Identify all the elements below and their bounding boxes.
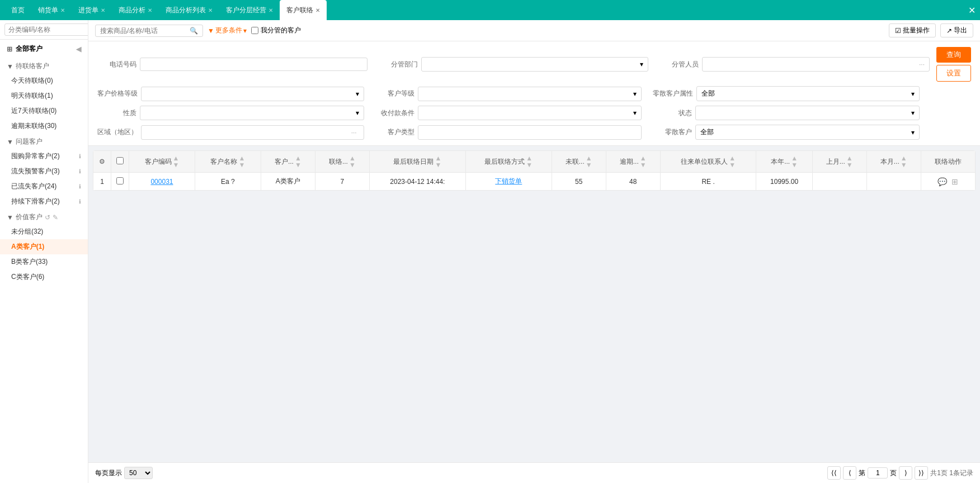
nav-close-contact[interactable]: ✕ xyxy=(315,7,320,13)
person-dots[interactable]: ··· xyxy=(919,60,925,68)
page-prev-button[interactable]: ⟨ xyxy=(843,466,856,480)
th-this-year[interactable]: 本年...▲▼ xyxy=(756,151,812,173)
sidebar-item-churned[interactable]: 已流失客户(24) ℹ xyxy=(0,179,88,194)
select-price-level[interactable]: ▾ xyxy=(141,87,364,101)
nav-purchase-order[interactable]: 进货单 ✕ xyxy=(72,0,112,20)
nav-close-analysis-list[interactable]: ✕ xyxy=(208,7,213,13)
select-nature[interactable]: ▾ xyxy=(140,106,364,120)
label-price-level: 客户价格等级 xyxy=(97,89,138,98)
table-area: ⚙ 客户编码▲▼ 客户名称▲▼ 客户...▲▼ xyxy=(88,146,980,462)
input-customer-type[interactable] xyxy=(418,125,642,140)
more-filters-button[interactable]: ▼ 更多条件 ▾ xyxy=(208,26,247,35)
message-action-icon[interactable]: 💬 xyxy=(937,177,947,186)
section-problem-customers[interactable]: ▼ 问题客户 xyxy=(0,134,88,149)
edit-icon[interactable]: ✎ xyxy=(53,214,58,221)
batch-ops-button[interactable]: ☑ 批量操作 xyxy=(889,23,936,37)
section-value-customers[interactable]: ▼ 价值客户 ↺ ✎ xyxy=(0,209,88,224)
sidebar-item-tomorrow[interactable]: 明天待联络(1) xyxy=(0,88,88,103)
retail-cust-chevron: ▾ xyxy=(911,129,915,136)
nav-close-purchase[interactable]: ✕ xyxy=(101,7,105,13)
table-scroll[interactable]: ⚙ 客户编码▲▼ 客户名称▲▼ 客户...▲▼ xyxy=(93,150,976,191)
close-all-button[interactable]: ✕ xyxy=(968,5,976,16)
nav-home[interactable]: 首页 xyxy=(4,0,31,20)
sidebar-item-declining[interactable]: 持续下滑客户(2) ℹ xyxy=(0,194,88,209)
query-button[interactable]: 查询 xyxy=(936,47,971,63)
th-last-date[interactable]: 最后联络日期▲▼ xyxy=(369,151,465,173)
th-uncontact[interactable]: 未联...▲▼ xyxy=(552,151,606,173)
sidebar-item-churn-warning[interactable]: 流失预警客户(3) ℹ xyxy=(0,164,88,179)
td-contact-count: 7 xyxy=(315,173,369,191)
label-dept: 分管部门 xyxy=(379,60,418,69)
bottom-bar: 每页显示 50 20 100 ⟨⟨ ⟨ 第 页 ⟩ ⟩⟩ 共1页 1条记录 xyxy=(88,462,980,483)
page-last-button[interactable]: ⟩⟩ xyxy=(915,466,928,480)
sidebar-search-input[interactable] xyxy=(4,23,88,36)
page-first-button[interactable]: ⟨⟨ xyxy=(827,466,841,480)
sidebar-item-class-b[interactable]: B类客户(33) xyxy=(0,254,88,269)
sidebar-all-customers[interactable]: ⊞ 全部客户 ◀ xyxy=(0,40,88,58)
sidebar-item-overdue[interactable]: 逾期未联络(30) xyxy=(0,119,88,134)
nav-customer-segment[interactable]: 客户分层经营 ✕ xyxy=(219,0,280,20)
input-person[interactable]: ··· xyxy=(702,57,930,72)
sidebar-item-ungrouped[interactable]: 未分组(32) xyxy=(0,224,88,239)
sidebar-item-hoarding[interactable]: 囤购异常客户(2) ℹ xyxy=(0,149,88,164)
page-next-button[interactable]: ⟩ xyxy=(899,466,912,480)
main-search-icon[interactable]: 🔍 xyxy=(190,27,198,35)
select-retail-attr[interactable]: 全部 ▾ xyxy=(696,86,920,101)
nav-product-analysis[interactable]: 商品分析 ✕ xyxy=(112,0,159,20)
nav-sales-order[interactable]: 销货单 ✕ xyxy=(31,0,72,20)
th-code[interactable]: 客户编码▲▼ xyxy=(129,151,195,173)
select-status[interactable]: ▾ xyxy=(695,106,920,120)
section-pending-contact[interactable]: ▼ 待联络客户 xyxy=(0,58,88,73)
nav-close-segment[interactable]: ✕ xyxy=(268,7,273,13)
th-type[interactable]: 客户...▲▼ xyxy=(261,151,315,173)
select-payment[interactable]: ▾ xyxy=(418,106,642,120)
select-retail-customer[interactable]: 全部 ▾ xyxy=(695,125,920,140)
select-all-checkbox[interactable] xyxy=(116,157,124,164)
sidebar-item-today[interactable]: 今天待联络(0) xyxy=(0,73,88,88)
th-contact-person[interactable]: 往来单位联系人▲▼ xyxy=(660,151,756,173)
export-button[interactable]: ↗ 导出 xyxy=(940,23,973,37)
th-overdue[interactable]: 逾期...▲▼ xyxy=(606,151,660,173)
contact-method-link[interactable]: 下销货单 xyxy=(495,177,522,185)
my-customers-checkbox[interactable] xyxy=(251,27,258,34)
sidebar-item-class-a[interactable]: A类客户(1) xyxy=(0,239,88,254)
th-settings[interactable]: ⚙ xyxy=(93,151,111,173)
customers-table: ⚙ 客户编码▲▼ 客户名称▲▼ 客户...▲▼ xyxy=(93,150,976,191)
input-phone[interactable] xyxy=(140,58,368,71)
region-dots[interactable]: ··· xyxy=(349,129,359,136)
more-action-icon[interactable]: ⊞ xyxy=(951,177,958,186)
sidebar-item-7days[interactable]: 近7天待联络(0) xyxy=(0,103,88,119)
td-action: 💬 ⊞ xyxy=(921,173,975,191)
sidebar-item-class-c[interactable]: C类客户(6) xyxy=(0,269,88,285)
th-contact-count[interactable]: 联络...▲▼ xyxy=(315,151,369,173)
my-customers-checkbox-label[interactable]: 我分管的客户 xyxy=(251,26,301,35)
nav-close-sales[interactable]: ✕ xyxy=(60,7,65,13)
label-payment: 收付款条件 xyxy=(375,108,414,118)
refresh-icon[interactable]: ↺ xyxy=(45,214,50,221)
nav-customer-contact[interactable]: 客户联络 ✕ xyxy=(280,0,327,20)
filter-actions: ☑ 批量操作 ↗ 导出 xyxy=(889,23,973,37)
label-nature: 性质 xyxy=(97,108,136,118)
section-arrow: ▼ xyxy=(7,63,13,70)
advanced-filter-panel: 电话号码 分管部门 ▾ 分管人员 ··· xyxy=(88,41,980,146)
setting-button[interactable]: 设置 xyxy=(936,65,971,82)
th-this-month[interactable]: 本月...▲▼ xyxy=(866,151,921,173)
th-name[interactable]: 客户名称▲▼ xyxy=(195,151,261,173)
page-input[interactable] xyxy=(868,467,888,479)
input-region[interactable]: ··· xyxy=(141,125,364,140)
row-checkbox[interactable] xyxy=(116,177,124,184)
th-last-month[interactable]: 上月...▲▼ xyxy=(812,151,866,173)
main-search-input[interactable] xyxy=(100,27,190,35)
select-dept[interactable]: ▾ xyxy=(421,57,649,72)
page-size-select[interactable]: 50 20 100 xyxy=(124,467,153,479)
field-customer-type: 客户类型 xyxy=(375,125,642,140)
export-icon: ↗ xyxy=(946,27,952,35)
customer-code-link[interactable]: 000031 xyxy=(150,178,173,186)
th-last-method[interactable]: 最后联络方式▲▼ xyxy=(465,151,552,173)
field-payment: 收付款条件 ▾ xyxy=(375,106,642,120)
collapse-icon[interactable]: ◀ xyxy=(76,45,81,53)
select-customer-level[interactable]: ▾ xyxy=(418,87,642,101)
nav-product-analysis-list[interactable]: 商品分析列表 ✕ xyxy=(159,0,219,20)
page-size-area: 每页显示 50 20 100 xyxy=(95,467,153,479)
nav-close-analysis[interactable]: ✕ xyxy=(148,7,152,13)
